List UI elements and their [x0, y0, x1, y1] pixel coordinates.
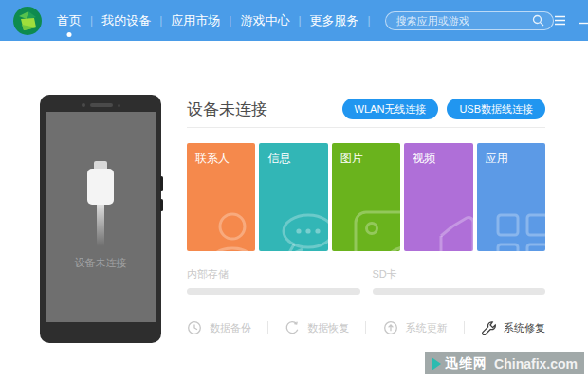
- menu-icon: [554, 15, 566, 26]
- card-label: 视频: [413, 151, 435, 167]
- main-header: 设备未连接 WLAN无线连接 USB数据线连接: [187, 95, 545, 123]
- search-icon: [532, 14, 544, 27]
- nav-item-game-center[interactable]: 游戏中心: [233, 0, 296, 41]
- phone-illustration: 设备未连接: [40, 95, 161, 343]
- action-label: 数据备份: [210, 321, 251, 335]
- window-controls: [554, 15, 588, 26]
- usb-connect-button[interactable]: USB数据线连接: [447, 99, 545, 119]
- action-label: 数据恢复: [307, 321, 349, 335]
- storage-section: 内部存储 SD卡: [187, 267, 545, 295]
- top-navigation-bar: 首页 | 我的设备 | 应用市场 | 游戏中心 | 更多服务 |: [0, 0, 588, 41]
- system-update-action[interactable]: 系统更新: [383, 320, 448, 335]
- card-messages[interactable]: 信息: [259, 143, 327, 251]
- tool-actions: 数据备份 数据恢复 系统更新 系统修复: [187, 320, 545, 335]
- connection-buttons: WLAN无线连接 USB数据线连接: [342, 99, 545, 119]
- minimize-button[interactable]: [578, 15, 588, 26]
- nav-item-label: 应用市场: [171, 12, 220, 29]
- message-icon: [275, 206, 328, 251]
- internal-storage: 内部存储: [187, 267, 360, 295]
- phone-status-text: 设备未连接: [46, 256, 156, 270]
- phone-side-button: [160, 176, 163, 191]
- backup-icon: [187, 320, 202, 335]
- card-label: 联系人: [195, 151, 230, 167]
- picture-icon: [351, 208, 400, 251]
- usb-plug-icon: [87, 161, 114, 246]
- page-title: 设备未连接: [187, 99, 267, 120]
- nav-item-app-market[interactable]: 应用市场: [164, 0, 227, 41]
- nav-divider: |: [298, 14, 301, 27]
- nav-item-label: 游戏中心: [240, 12, 289, 29]
- nav-item-label: 我的设备: [101, 12, 151, 29]
- sd-card-label: SD卡: [373, 267, 546, 281]
- internal-storage-bar: [187, 288, 360, 295]
- card-pictures[interactable]: 图片: [332, 143, 400, 251]
- action-label: 系统修复: [504, 321, 545, 335]
- phone-earpiece: [40, 103, 161, 107]
- data-restore-action[interactable]: 数据恢复: [285, 320, 349, 335]
- apps-icon: [492, 209, 545, 251]
- watermark-site-name: 迅维网: [445, 355, 487, 372]
- search-box[interactable]: [385, 11, 554, 30]
- nav-divider: |: [229, 14, 231, 27]
- watermark: 迅维网 Chinafix.com: [425, 352, 584, 374]
- update-icon: [383, 320, 398, 335]
- nav-item-label: 更多服务: [310, 12, 359, 29]
- nav-item-label: 首页: [57, 12, 82, 29]
- main-nav: 首页 | 我的设备 | 应用市场 | 游戏中心 | 更多服务 |: [50, 0, 373, 41]
- action-label: 系统更新: [406, 321, 448, 335]
- action-divider: [267, 321, 268, 334]
- video-icon: [424, 208, 473, 251]
- main-panel: 设备未连接 WLAN无线连接 USB数据线连接 联系人 信息 图片: [187, 95, 545, 335]
- sd-card-storage: SD卡: [373, 267, 546, 295]
- watermark-chevron-icon: [430, 356, 443, 371]
- nav-divider: |: [159, 14, 162, 27]
- active-tab-dot: [67, 32, 72, 37]
- app-logo-icon[interactable]: [13, 7, 42, 35]
- minimize-icon: [578, 15, 588, 26]
- nav-divider: |: [368, 14, 371, 27]
- restore-icon: [285, 320, 300, 335]
- card-contacts[interactable]: 联系人: [187, 143, 255, 251]
- card-videos[interactable]: 视频: [404, 143, 472, 251]
- internal-storage-label: 内部存储: [187, 267, 360, 281]
- data-backup-action[interactable]: 数据备份: [187, 320, 251, 335]
- nav-item-my-device[interactable]: 我的设备: [95, 0, 157, 41]
- phone-screen: 设备未连接: [46, 112, 156, 322]
- card-label: 图片: [340, 151, 363, 167]
- wlan-connect-button[interactable]: WLAN无线连接: [342, 99, 439, 119]
- card-apps[interactable]: 应用: [477, 143, 545, 251]
- action-divider: [464, 321, 465, 334]
- phone-side-button: [160, 199, 163, 211]
- contacts-icon: [198, 208, 255, 251]
- watermark-site-domain: Chinafix.com: [494, 356, 578, 371]
- card-label: 应用: [486, 151, 508, 167]
- menu-button[interactable]: [554, 15, 566, 26]
- sd-card-bar: [373, 288, 546, 295]
- category-cards: 联系人 信息 图片 视频: [187, 143, 545, 251]
- system-repair-action[interactable]: 系统修复: [481, 320, 545, 335]
- nav-divider: |: [90, 14, 93, 27]
- nav-item-home[interactable]: 首页: [50, 0, 88, 41]
- card-label: 信息: [267, 151, 290, 167]
- nav-item-more-services[interactable]: 更多服务: [303, 0, 366, 41]
- search-input[interactable]: [395, 14, 532, 27]
- action-divider: [365, 321, 366, 334]
- header-divider: [187, 127, 545, 128]
- repair-icon: [481, 320, 496, 335]
